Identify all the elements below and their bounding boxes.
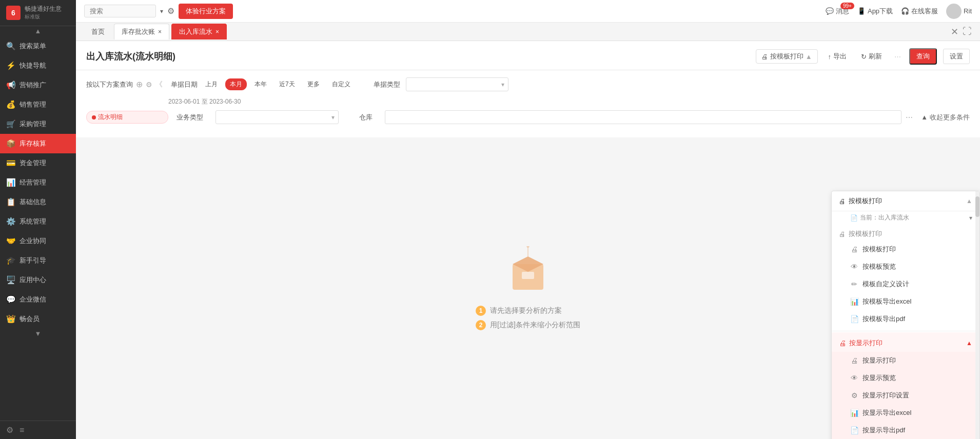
template-export-excel-item[interactable]: 📊 按模板导出excel	[832, 293, 979, 310]
doc-type-filter: 单据类型 ▾	[374, 77, 970, 91]
template-export-pdf-item[interactable]: 📄 按模板导出pdf	[832, 310, 979, 328]
corp-icon: 🤝	[6, 236, 15, 246]
tab-batch-close-icon[interactable]: ×	[158, 28, 162, 35]
sidebar-scroll-down[interactable]: ▼	[0, 329, 76, 339]
inventory-icon: 📦	[6, 139, 15, 148]
bottom-menu-icon[interactable]: ≡	[19, 426, 24, 435]
user-avatar	[946, 4, 962, 19]
date-btn-this-month[interactable]: 本月	[225, 78, 247, 90]
app-download-button[interactable]: 📱 App下载	[857, 7, 893, 16]
sidebar-item-label: 基础信息	[19, 197, 46, 207]
trial-button[interactable]: 体验行业方案	[179, 4, 233, 19]
filter-collapse-icon[interactable]: 《	[155, 80, 163, 89]
date-btn-last-month[interactable]: 上月	[201, 78, 222, 91]
refresh-button[interactable]: ↻ 刷新	[857, 50, 886, 63]
sidebar-item-label: 系统管理	[19, 217, 46, 226]
sidebar-item-app-center[interactable]: 🖥️ 应用中心	[0, 270, 76, 290]
dropdown-collapse-icon[interactable]: ▲	[966, 197, 972, 205]
guide-icon: 🎓	[6, 256, 15, 265]
sidebar-item-inventory[interactable]: 📦 库存核算	[0, 134, 76, 153]
sidebar-item-purchase[interactable]: 🛒 采购管理	[0, 114, 76, 134]
sidebar-item-corp[interactable]: 🤝 企业协同	[0, 231, 76, 251]
page-actions: 🖨 按模板打印 ▲ ↑ 导出 ↻ 刷新 ⋯ 查询 设置	[756, 48, 970, 65]
filter-area: 按以下方案查询 ⊕ ⚙ 《 单据日期 上月 本月 本年 近7天 更多 自定义 单…	[76, 70, 980, 137]
export-button[interactable]: ↑ 导出	[824, 50, 851, 63]
print-arrow-up-icon: ▲	[806, 53, 812, 61]
sidebar-item-sales[interactable]: 💰 销售管理	[0, 95, 76, 114]
page-title-row: 出入库流水(流水明细) 🖨 按模板打印 ▲ ↑ 导出 ↻ 刷新	[86, 48, 970, 65]
tab-close-all-icon[interactable]: ✕	[951, 26, 958, 37]
date-btn-more[interactable]: 更多	[303, 78, 324, 91]
date-btn-this-year[interactable]: 本年	[250, 78, 271, 91]
print-template-button[interactable]: 🖨 按模板打印 ▲	[756, 49, 818, 64]
filter-add-icon[interactable]: ⊕	[136, 79, 143, 89]
collapse-button[interactable]: ▲ 收起更多条件	[921, 113, 970, 122]
template-preview-item[interactable]: 👁 按模板预览	[832, 258, 979, 275]
message-badge: 99+	[840, 3, 854, 9]
tab-bar-actions: ✕ ⛶	[951, 26, 972, 37]
topbar-search-input[interactable]	[84, 5, 156, 17]
empty-state-icon	[502, 246, 554, 297]
print-dropdown-panel: 🖨 按模板打印 ▲ 📄 当前：出入库流水 ▾ 🖨 按	[831, 191, 980, 439]
sidebar-item-operations[interactable]: 📊 经营管理	[0, 173, 76, 192]
svg-point-4	[526, 246, 530, 248]
query-button[interactable]: 查询	[909, 48, 937, 65]
sidebar-item-wechat[interactable]: 💬 企业微信	[0, 290, 76, 309]
sidebar-item-system[interactable]: ⚙️ 系统管理	[0, 212, 76, 231]
sidebar-item-label: 资金管理	[19, 158, 46, 168]
filter-settings-icon[interactable]: ⚙	[146, 81, 152, 89]
display-print-item[interactable]: 🖨 按显示打印	[832, 352, 979, 369]
tab-batch[interactable]: 库存批次账 ×	[114, 24, 169, 39]
user-avatar-area[interactable]: Rit	[946, 4, 972, 19]
sidebar-item-finance[interactable]: 💳 资金管理	[0, 153, 76, 173]
tab-flow-close-icon[interactable]: ×	[215, 28, 219, 35]
display-export-excel-item[interactable]: 📊 按显示导出excel	[832, 404, 979, 422]
sidebar-item-label: 经营管理	[19, 178, 46, 187]
sidebar-scroll-up[interactable]: ▲	[0, 26, 76, 36]
display-export-pdf-item[interactable]: 📄 按显示导出pdf	[832, 422, 979, 439]
shortcuts-icon: ⚡	[6, 61, 15, 70]
date-btn-7days[interactable]: 近7天	[275, 78, 300, 91]
empty-hint-1: 1 请先选择要分析的方案	[476, 306, 580, 316]
brand-edition: 标准版	[25, 13, 62, 21]
tab-flow[interactable]: 出入库流水 ×	[171, 24, 227, 39]
topbar-left: ▾ ⚙ 体验行业方案	[84, 4, 820, 19]
template-custom-design-item[interactable]: ✏ 模板自定义设计	[832, 275, 979, 293]
template-preview-icon: 👁	[850, 263, 858, 271]
template-print-icon: 🖨	[850, 245, 858, 253]
warehouse-more-icon[interactable]: ⋯	[906, 113, 913, 122]
template-print-item[interactable]: 🖨 按模板打印	[832, 241, 979, 258]
tab-home[interactable]: 首页	[84, 24, 112, 39]
bottom-settings-icon[interactable]: ⚙	[6, 425, 13, 435]
tab-expand-icon[interactable]: ⛶	[963, 26, 972, 37]
dropdown-scrollbar-thumb[interactable]	[975, 196, 979, 217]
display-pdf-icon: 📄	[850, 426, 858, 434]
hint-num-2: 2	[476, 320, 486, 330]
sidebar-item-shortcuts[interactable]: ⚡ 快捷导航	[0, 56, 76, 75]
sidebar-item-basic[interactable]: 📋 基础信息	[0, 192, 76, 212]
display-preview-item[interactable]: 👁 按显示预览	[832, 369, 979, 387]
topbar-dropdown-icon[interactable]: ▾	[160, 8, 163, 15]
doc-type-select[interactable]	[406, 77, 508, 91]
current-arrow-icon: ▾	[969, 214, 972, 222]
warehouse-input[interactable]	[385, 110, 901, 124]
display-section-header[interactable]: 🖨 按显示打印 ▲	[832, 334, 979, 352]
warehouse-label: 仓库	[359, 113, 373, 122]
filter-row-1: 按以下方案查询 ⊕ ⚙ 《 单据日期 上月 本月 本年 近7天 更多 自定义 单…	[86, 77, 970, 91]
sidebar-item-marketing[interactable]: 📢 营销推广	[0, 75, 76, 95]
vip-icon: 👑	[6, 314, 15, 324]
business-type-select[interactable]	[215, 110, 339, 124]
display-print-settings-item[interactable]: ⚙ 按显示打印设置	[832, 387, 979, 404]
empty-hints: 1 请先选择要分析的方案 2 用[过滤]条件来缩小分析范围	[476, 306, 580, 330]
settings-button[interactable]: 设置	[943, 49, 970, 64]
dropdown-scrollbar[interactable]	[975, 191, 979, 439]
sidebar-item-guide[interactable]: 🎓 新手引导	[0, 251, 76, 270]
filter-tag[interactable]: 流水明细	[86, 111, 168, 124]
sidebar-item-search[interactable]: 🔍 搜索菜单	[0, 36, 76, 56]
online-service-button[interactable]: 🎧 在线客服	[901, 7, 938, 16]
topbar-settings-icon[interactable]: ⚙	[167, 6, 174, 16]
current-template-label: 📄 当前：出入库流水 ▾	[832, 211, 979, 224]
message-button[interactable]: 💬 消息 99+	[826, 7, 849, 16]
date-btn-custom[interactable]: 自定义	[327, 78, 355, 91]
sidebar-item-vip[interactable]: 👑 畅会员	[0, 309, 76, 329]
